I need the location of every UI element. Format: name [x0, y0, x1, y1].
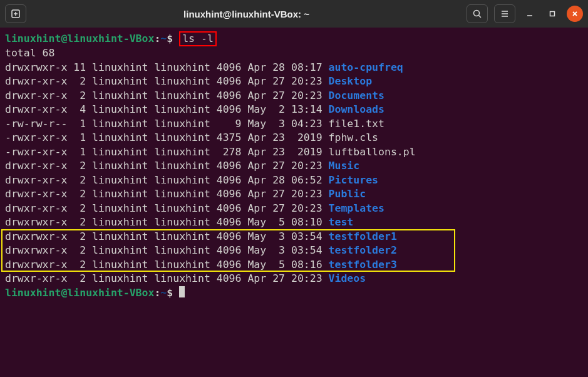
terminal-content[interactable]: linuxhint@linuxhint-VBox:~$ ls -ltotal 6… [0, 28, 588, 377]
prompt-line: linuxhint@linuxhint-VBox:~$ [5, 286, 583, 301]
command-highlight: ls -l [179, 31, 217, 46]
svg-line-4 [479, 16, 482, 18]
ls-entry: drwxr-xr-x 2 linuxhint linuxhint 4096 Ap… [5, 173, 583, 188]
ls-entry: -rw-rw-r-- 1 linuxhint linuxhint 9 May 3… [5, 117, 583, 132]
entry-name: fphw.cls [329, 132, 378, 143]
entry-name: Templates [329, 202, 384, 214]
ls-entry: drwxr-xr-x 2 linuxhint linuxhint 4096 Ap… [5, 89, 583, 103]
ls-entry: drwxr-xr-x 2 linuxhint linuxhint 4096 Ap… [5, 75, 583, 89]
ls-entry: drwxrwxr-x 11 linuxhint linuxhint 4096 A… [5, 61, 583, 75]
ls-entry: -rwxr-xr-x 1 linuxhint linuxhint 278 Apr… [5, 145, 583, 160]
ls-entry: drwxr-xr-x 2 linuxhint linuxhint 4096 Ap… [5, 159, 583, 173]
total-line: total 68 [5, 46, 583, 61]
entry-name: luftballons.pl [329, 146, 416, 158]
entry-name: test [329, 216, 354, 228]
ls-entry: drwxrwxr-x 2 linuxhint linuxhint 4096 Ma… [5, 215, 583, 230]
maximize-icon [549, 10, 556, 18]
command-line: linuxhint@linuxhint-VBox:~$ ls -l [5, 31, 583, 46]
entry-name: Public [329, 188, 366, 200]
prompt-symbol: $ [167, 287, 179, 299]
entry-name: testfolder1 [329, 230, 397, 242]
svg-point-3 [474, 11, 480, 16]
ls-entry: drwxrwxr-x 2 linuxhint linuxhint 4096 Ma… [5, 244, 583, 258]
entry-name: Pictures [329, 174, 378, 186]
entry-name: Music [329, 160, 360, 172]
titlebar: linuxhint@linuxhint-VBox: ~ [0, 0, 588, 28]
ls-entry: -rwxr-xr-x 1 linuxhint linuxhint 4375 Ap… [5, 131, 583, 145]
entry-name: Documents [329, 90, 384, 101]
prompt-separator: : [154, 33, 160, 44]
minimize-icon [526, 10, 534, 18]
hamburger-icon [500, 9, 510, 19]
ls-entry: drwxr-xr-x 2 linuxhint linuxhint 4096 Ap… [5, 202, 583, 216]
entry-name: file1.txt [329, 118, 384, 130]
new-tab-button[interactable] [5, 4, 26, 23]
entry-name: testfolder2 [329, 244, 397, 256]
ls-entry: drwxrwxr-x 2 linuxhint linuxhint 4096 Ma… [5, 258, 583, 272]
terminal-window: linuxhint@linuxhint-VBox: ~ [0, 0, 588, 377]
search-button[interactable] [467, 4, 488, 23]
search-icon [472, 9, 482, 19]
window-title: linuxhint@linuxhint-VBox: ~ [31, 9, 462, 19]
close-button[interactable] [567, 6, 583, 22]
entry-name: Desktop [329, 75, 373, 87]
svg-rect-9 [550, 12, 555, 16]
prompt-user-host: linuxhint@linuxhint-VBox [5, 287, 154, 299]
entry-name: Videos [329, 272, 366, 284]
prompt-path: ~ [160, 33, 167, 44]
new-tab-icon [11, 9, 21, 19]
prompt-separator: : [154, 287, 160, 299]
ls-entry: drwxrwxr-x 2 linuxhint linuxhint 4096 Ma… [5, 230, 583, 244]
ls-entry: drwxr-xr-x 4 linuxhint linuxhint 4096 Ma… [5, 103, 583, 117]
close-icon [571, 10, 579, 18]
ls-entry: drwxr-xr-x 2 linuxhint linuxhint 4096 Ap… [5, 272, 583, 286]
ls-entry: drwxr-xr-x 2 linuxhint linuxhint 4096 Ap… [5, 187, 583, 202]
maximize-button[interactable] [544, 6, 560, 22]
cursor [179, 286, 185, 297]
prompt-path: ~ [160, 287, 167, 299]
prompt-user-host: linuxhint@linuxhint-VBox [5, 33, 154, 44]
prompt-symbol: $ [167, 33, 179, 44]
menu-button[interactable] [494, 4, 515, 23]
entry-name: auto-cpufreq [329, 61, 403, 73]
entry-name: Downloads [329, 103, 384, 115]
minimize-button[interactable] [522, 6, 538, 22]
entry-name: testfolder3 [329, 259, 397, 271]
